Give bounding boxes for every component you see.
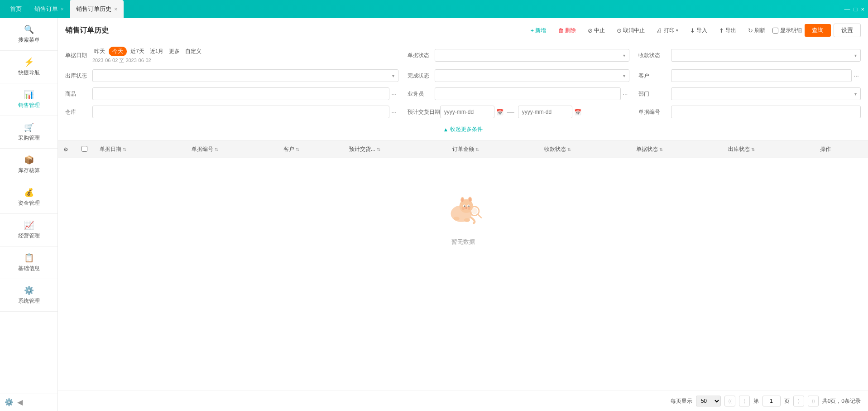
- window-minimize[interactable]: —: [844, 6, 850, 13]
- customer-dots-icon[interactable]: ···: [852, 72, 861, 79]
- stop-button[interactable]: ⊘ 中止: [583, 24, 609, 37]
- sidebar-item-basic-info-label: 基础信息: [18, 265, 40, 272]
- date-shortcut-custom[interactable]: 自定义: [183, 47, 203, 56]
- customer-label: 客户: [638, 72, 671, 80]
- refresh-button[interactable]: ↻ 刷新: [743, 24, 770, 37]
- out-stock-status-select[interactable]: ▾: [92, 69, 398, 82]
- th-doc-status[interactable]: 单据状态 ⇅: [631, 141, 723, 158]
- out-stock-status-label: 出库状态: [65, 72, 92, 80]
- customer-input[interactable]: [671, 69, 852, 82]
- sidebar-item-stock-calc[interactable]: 📦 库存核算: [0, 149, 58, 181]
- basic-info-icon: 📋: [24, 253, 34, 263]
- doc-status-select[interactable]: ▾: [435, 49, 630, 62]
- th-payment-status[interactable]: 收款状态 ⇅: [539, 141, 631, 158]
- expected-delivery-end[interactable]: [518, 106, 572, 118]
- tab-sales-order-close[interactable]: ×: [61, 6, 63, 12]
- import-button[interactable]: ⬇ 导入: [686, 24, 712, 37]
- doc-number-input[interactable]: [671, 106, 861, 118]
- filter-department: 部门 ▾: [638, 87, 861, 100]
- collapse-button[interactable]: ▲ 收起更多条件: [65, 124, 861, 135]
- tab-sales-order-history[interactable]: 销售订单历史 ×: [70, 0, 123, 18]
- th-out-stock-status[interactable]: 出库状态 ⇅: [723, 141, 815, 158]
- print-button[interactable]: 🖨 打印 ▾: [652, 24, 683, 37]
- date-shortcut-last7[interactable]: 近7天: [129, 47, 146, 56]
- out-stock-status-arrow-icon: ▾: [392, 73, 394, 78]
- filter-date: 单据日期 昨天 今天 近7天 近1月 更多 自定义 2023-06-02 至 2…: [65, 47, 398, 64]
- table-container: ⚙ 单据日期 ⇅ 单据编号: [58, 141, 868, 391]
- query-button[interactable]: 查询: [805, 24, 831, 37]
- sidebar-item-sys-mgmt[interactable]: ⚙️ 系统管理: [0, 279, 58, 312]
- page-first-button[interactable]: ⟨⟨: [724, 396, 735, 406]
- new-button[interactable]: + 新增: [526, 24, 551, 37]
- salesperson-label: 业务员: [408, 90, 435, 98]
- date-shortcut-last1m[interactable]: 近1月: [148, 47, 166, 56]
- print-arrow-icon: ▾: [676, 28, 678, 33]
- calendar-end-icon[interactable]: 📅: [574, 109, 581, 116]
- department-select[interactable]: ▾: [671, 87, 861, 100]
- page-last-button[interactable]: ⟩⟩: [808, 396, 819, 406]
- cancel-stop-button[interactable]: ⊙ 取消中止: [612, 24, 649, 37]
- product-dots-icon[interactable]: ···: [389, 90, 398, 97]
- payment-status-select[interactable]: ▾: [671, 49, 861, 62]
- select-all-checkbox[interactable]: [82, 146, 87, 152]
- show-detail-checkbox-label[interactable]: 显示明细: [772, 27, 802, 34]
- page-prev-button[interactable]: ⟨: [739, 396, 750, 406]
- sidebar-item-fund-mgmt[interactable]: 💰 资金管理: [0, 181, 58, 214]
- content-area: 销售订单历史 + 新增 🗑 删除 ⊘ 中止 ⊙ 取消中止: [58, 18, 868, 411]
- sidebar-item-ops-mgmt[interactable]: 📈 经营管理: [0, 214, 58, 247]
- th-order-amount[interactable]: 订单金额 ⇅: [447, 141, 539, 158]
- filter-row-4: 仓库 ··· 预计交货日期 📅 — 📅 单据编号: [65, 106, 861, 118]
- th-doc-date[interactable]: 单据日期 ⇅: [94, 141, 186, 158]
- delete-icon: 🗑: [558, 27, 564, 34]
- tab-sales-order[interactable]: 销售订单 ×: [28, 0, 70, 18]
- salesperson-input[interactable]: [435, 87, 621, 100]
- tab-home[interactable]: 首页: [4, 0, 28, 18]
- empty-text: 暂无数据: [451, 238, 475, 246]
- sidebar-item-sys-mgmt-label: 系统管理: [18, 297, 40, 305]
- department-label: 部门: [638, 90, 671, 98]
- show-detail-checkbox[interactable]: [772, 28, 778, 34]
- product-input[interactable]: [92, 87, 389, 100]
- salesperson-dots-icon[interactable]: ···: [621, 90, 630, 97]
- sidebar-collapse-icon[interactable]: ◀: [17, 398, 23, 406]
- sidebar-settings-icon[interactable]: ⚙️: [5, 398, 14, 406]
- sidebar-item-quick-nav[interactable]: ⚡ 快捷导航: [0, 51, 58, 83]
- cancel-stop-icon: ⊙: [617, 27, 622, 34]
- complete-status-select[interactable]: ▾: [435, 69, 630, 82]
- sort-out-stock-status-icon: ⇅: [751, 147, 755, 152]
- page-next-button[interactable]: ⟩: [793, 396, 804, 406]
- delete-button[interactable]: 🗑 删除: [553, 24, 580, 37]
- tab-bar: 首页 销售订单 × 销售订单历史 ×: [4, 0, 844, 18]
- warehouse-input[interactable]: [92, 106, 389, 118]
- stop-label: 中止: [594, 27, 605, 34]
- filter-customer: 客户 ···: [638, 69, 861, 82]
- stop-icon: ⊘: [588, 27, 593, 34]
- sidebar-item-search-menu[interactable]: 🔍 搜索菜单: [0, 18, 58, 51]
- sidebar-item-basic-info[interactable]: 📋 基础信息: [0, 247, 58, 279]
- th-doc-date-label: 单据日期: [100, 145, 121, 153]
- date-shortcut-today[interactable]: 今天: [109, 47, 127, 56]
- warehouse-dots-icon[interactable]: ···: [389, 108, 398, 116]
- filter-payment-status: 收款状态 ▾: [638, 49, 861, 62]
- expected-delivery-start[interactable]: [440, 106, 494, 118]
- date-shortcut-yesterday[interactable]: 昨天: [92, 47, 107, 56]
- sidebar-item-sales-mgmt[interactable]: 📊 销售管理: [0, 83, 58, 116]
- calendar-start-icon[interactable]: 📅: [496, 109, 504, 116]
- th-doc-number[interactable]: 单据编号 ⇅: [186, 141, 278, 158]
- page-number-input[interactable]: [762, 396, 781, 406]
- th-payment-status-label: 收款状态: [544, 145, 566, 153]
- export-button[interactable]: ⬆ 导出: [715, 24, 741, 37]
- window-maximize[interactable]: □: [854, 6, 858, 13]
- th-expected-delivery[interactable]: 预计交货... ⇅: [344, 141, 447, 158]
- sidebar-item-purchase-mgmt[interactable]: 🛒 采购管理: [0, 116, 58, 149]
- th-customer[interactable]: 客户 ⇅: [278, 141, 343, 158]
- date-shortcut-more[interactable]: 更多: [167, 47, 182, 56]
- setting-button[interactable]: 设置: [834, 24, 861, 37]
- th-gear[interactable]: ⚙: [58, 141, 76, 158]
- tab-sales-order-history-close[interactable]: ×: [114, 6, 117, 12]
- filter-out-stock-status: 出库状态 ▾: [65, 69, 398, 82]
- window-close[interactable]: ×: [861, 6, 864, 13]
- import-label: 导入: [696, 27, 707, 34]
- main-layout: 🔍 搜索菜单 ⚡ 快捷导航 📊 销售管理 🛒 采购管理 📦 库存核算 💰 资金管…: [0, 18, 868, 411]
- per-page-select[interactable]: 10 20 50 100: [696, 396, 721, 406]
